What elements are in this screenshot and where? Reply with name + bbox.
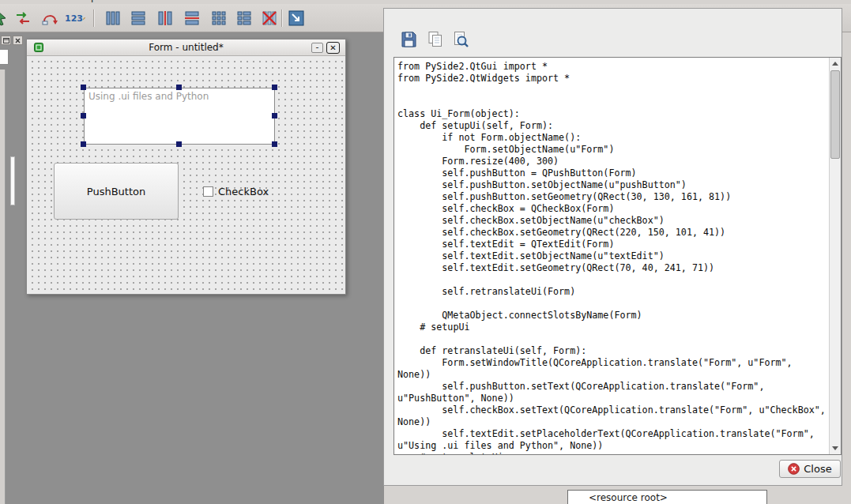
copy-icon xyxy=(426,30,445,49)
selection-handle-top-right[interactable] xyxy=(272,85,277,90)
find-button[interactable] xyxy=(450,29,471,50)
resource-root-item[interactable]: <resource root> xyxy=(568,491,766,503)
widget-box-fragment xyxy=(10,156,15,205)
checkbox-indicator[interactable] xyxy=(203,186,213,197)
layout-vertical-button[interactable] xyxy=(128,8,149,28)
widget-box-filter-input[interactable] xyxy=(0,49,9,65)
form-window-title: Form - untitled* xyxy=(27,42,345,53)
code-view[interactable]: from PySide2.QtGui import * from PySide2… xyxy=(393,57,842,455)
layout-form-button[interactable] xyxy=(234,8,254,28)
form-canvas[interactable]: Using .ui files and Python PushButton Ch… xyxy=(27,56,345,294)
edit-signals-slots-button[interactable] xyxy=(13,8,33,28)
layout-vertical-splitter-button[interactable] xyxy=(182,8,202,28)
toolbar-separator xyxy=(93,9,94,27)
layout-horizontal-splitter-icon xyxy=(156,9,174,27)
form-window-titlebar[interactable]: Form - untitled* - ✕ xyxy=(27,39,345,56)
float-icon xyxy=(3,38,9,43)
edit-buddies-button[interactable] xyxy=(40,8,60,28)
generated-code[interactable]: from PySide2.QtGui import * from PySide2… xyxy=(394,58,829,454)
resource-browser: <resource root> xyxy=(567,490,767,504)
adjust-size-button[interactable] xyxy=(286,8,307,28)
code-scrollbar[interactable] xyxy=(829,58,841,454)
widget-box-panel xyxy=(0,70,6,504)
arrow-up-icon xyxy=(832,62,838,66)
buddies-icon xyxy=(41,9,58,27)
layout-grid-icon xyxy=(210,9,228,27)
scroll-down-button[interactable] xyxy=(830,442,841,454)
close-dialog-button[interactable]: Close xyxy=(779,460,841,478)
close-dialog-label: Close xyxy=(804,463,831,475)
toolbar-separator xyxy=(281,9,282,27)
dock-float-button[interactable] xyxy=(1,36,11,45)
selection-handle-bottom-right[interactable] xyxy=(272,141,277,147)
break-layout-button[interactable] xyxy=(259,8,280,28)
pushbutton-widget[interactable]: PushButton xyxy=(54,163,179,220)
mdi-area: Form - untitled* - ✕ Using .ui files and… xyxy=(0,32,384,504)
break-layout-icon xyxy=(261,9,278,27)
minimize-button[interactable]: - xyxy=(311,43,323,53)
scroll-up-button[interactable] xyxy=(830,58,841,70)
form-editor-window: Form - untitled* - ✕ Using .ui files and… xyxy=(26,39,346,295)
layout-horizontal-icon xyxy=(104,9,122,27)
menubar-items: Window Help xyxy=(0,0,384,2)
edit-tab-order-button[interactable]: 123 xyxy=(65,8,85,28)
selection-handle-left[interactable] xyxy=(81,113,86,118)
selection-handle-bottom-left[interactable] xyxy=(81,141,86,147)
layout-horizontal-splitter-button[interactable] xyxy=(155,8,175,28)
menu-window[interactable]: Window xyxy=(22,0,59,2)
selection-handle-top[interactable] xyxy=(176,85,182,90)
save-button[interactable] xyxy=(398,29,419,50)
menu-help[interactable]: Help xyxy=(75,0,96,2)
pencil-icon xyxy=(83,12,85,24)
copy-button[interactable] xyxy=(425,29,446,50)
qt-designer-screen: { "menubar": { "items": [ { "label": "Wi… xyxy=(0,0,851,504)
textedit-placeholder: Using .ui files and Python xyxy=(85,88,274,104)
edit-widgets-icon xyxy=(0,9,9,27)
layout-vertical-icon xyxy=(130,9,147,27)
scrollbar-thumb[interactable] xyxy=(830,70,840,159)
signals-slots-icon xyxy=(14,9,32,27)
textedit-widget[interactable]: Using .ui files and Python xyxy=(84,88,275,145)
checkbox-label: CheckBox xyxy=(218,186,269,197)
find-icon xyxy=(451,30,470,49)
arrow-down-icon xyxy=(832,446,838,450)
selection-handle-top-left[interactable] xyxy=(81,85,86,90)
edit-widgets-button[interactable] xyxy=(0,8,11,28)
layout-grid-button[interactable] xyxy=(209,8,229,28)
layout-form-icon xyxy=(235,9,253,27)
layout-horizontal-button[interactable] xyxy=(103,8,123,28)
close-circle-icon xyxy=(788,463,800,475)
checkbox-widget[interactable]: CheckBox xyxy=(203,186,269,197)
code-preview-dialog: from PySide2.QtGui import * from PySide2… xyxy=(383,8,842,486)
save-icon xyxy=(399,30,418,49)
dock-close-button[interactable] xyxy=(13,36,23,45)
close-icon xyxy=(15,38,21,43)
close-button[interactable]: ✕ xyxy=(326,42,340,54)
selection-handle-right[interactable] xyxy=(272,113,277,118)
adjust-size-icon xyxy=(288,9,305,27)
tab-order-icon: 123 xyxy=(65,13,83,24)
layout-vertical-splitter-icon xyxy=(183,9,201,27)
selection-handle-bottom[interactable] xyxy=(176,141,182,147)
